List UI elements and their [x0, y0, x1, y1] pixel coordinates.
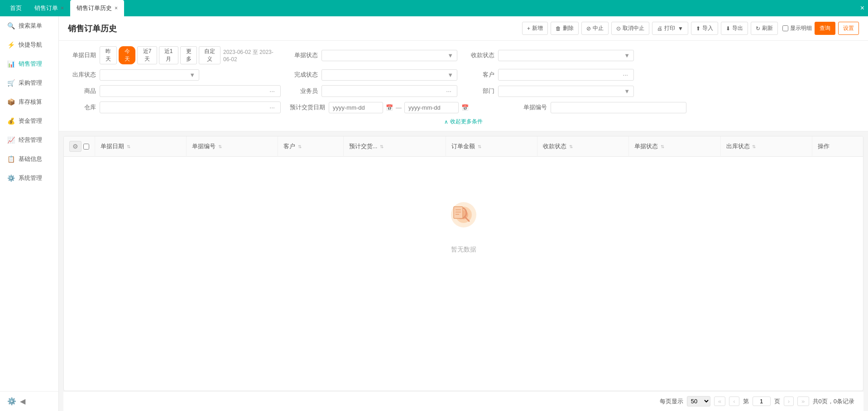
col-delivery-sort-icon[interactable]: ⇅ [380, 144, 384, 149]
sales-mgmt-icon: 📊 [7, 60, 15, 68]
operations-icon: 📈 [7, 136, 15, 144]
page-end-label: 页 [774, 397, 780, 406]
page-size-select[interactable]: 50 10 20 100 [687, 396, 710, 406]
delivery-date-label: 预计交货日期 [290, 103, 329, 111]
customer-dots[interactable]: ··· [621, 71, 630, 78]
sidebar-item-system[interactable]: ⚙️ 系统管理 [0, 169, 58, 188]
col-amount: 订单金额 ⇅ [446, 136, 537, 157]
next-page-button[interactable]: › [784, 396, 794, 406]
sidebar-item-quick-nav[interactable]: ⚡ 快捷导航 [0, 35, 58, 54]
export-icon: ⬇ [726, 25, 730, 32]
salesperson-dots[interactable]: ··· [444, 87, 453, 95]
department-control: ▼ [498, 86, 634, 97]
col-pay-status-sort-icon[interactable]: ⇅ [569, 144, 573, 149]
department-label: 部门 [466, 87, 498, 95]
prev-page-button[interactable]: ‹ [729, 396, 739, 406]
add-button[interactable]: + 新增 [522, 22, 548, 35]
refresh-button[interactable]: ↻ 刷新 [751, 22, 778, 35]
complete-status-select[interactable]: ▼ [321, 69, 457, 81]
delete-button[interactable]: 🗑 删除 [551, 22, 579, 35]
col-order-status-sort-icon[interactable]: ⇅ [661, 144, 664, 149]
add-label: 新增 [532, 24, 543, 32]
purchase-mgmt-icon: 🛒 [7, 79, 15, 87]
date-btn-yesterday[interactable]: 昨天 [100, 46, 117, 64]
sidebar-item-search-menu[interactable]: 🔍 搜索菜单 [0, 16, 58, 35]
first-page-button[interactable]: « [714, 396, 725, 406]
last-page-button[interactable]: » [797, 396, 809, 406]
display-cols-checkbox[interactable] [782, 25, 788, 31]
date-btn-last1m[interactable]: 近1月 [159, 46, 178, 64]
finance-icon: 💰 [7, 117, 15, 125]
sidebar-item-basic-info[interactable]: 📋 基础信息 [0, 150, 58, 169]
col-no-sort-icon[interactable]: ⇅ [218, 144, 222, 149]
print-button[interactable]: 🖨 打印 ▼ [652, 22, 688, 35]
table-settings-button[interactable]: ⚙ [69, 141, 82, 152]
window-close-icon[interactable]: × [860, 4, 864, 12]
customer-input[interactable]: ··· [498, 69, 634, 81]
outbound-status-control: ▼ [100, 69, 281, 81]
select-all-checkbox[interactable] [83, 144, 89, 150]
warehouse-dots[interactable]: ··· [268, 104, 277, 111]
order-status-select[interactable]: ▼ [321, 50, 457, 61]
order-status-label: 单据状态 [290, 51, 321, 59]
col-amount-sort-icon[interactable]: ⇅ [478, 144, 481, 149]
product-dots[interactable]: ··· [268, 87, 277, 95]
calendar-from-icon: 📅 [386, 104, 393, 111]
date-filter-control: 昨天 今天 近7天 近1月 更多 自定义 2023-06-02 至 2023-0… [100, 46, 281, 64]
pay-status-select[interactable]: ▼ [498, 50, 634, 61]
last-page-icon: » [801, 398, 805, 405]
complete-status-control: ▼ [321, 69, 457, 81]
import-button[interactable]: ⬆ 导入 [691, 22, 718, 35]
col-customer-sort-icon[interactable]: ⇅ [298, 144, 302, 149]
tab-sales-order[interactable]: 销售订单 × [28, 0, 70, 16]
query-label: 查询 [820, 24, 830, 32]
cancel-stop-button[interactable]: ⊙ 取消中止 [611, 22, 649, 35]
table-area: ⚙ 单据日期 ⇅ 单据编号 ⇅ 客户 [63, 136, 863, 391]
tab-home[interactable]: 首页 [4, 0, 28, 16]
date-btn-more[interactable]: 更多 [180, 46, 197, 64]
sidebar-item-inventory[interactable]: 📦 库存核算 [0, 92, 58, 111]
sidebar-finance-label: 资金管理 [19, 117, 42, 125]
sidebar-search-menu-label: 搜索菜单 [19, 22, 42, 30]
col-date-sort-icon[interactable]: ⇅ [127, 144, 130, 149]
query-button[interactable]: 查询 [815, 22, 835, 35]
salesperson-input[interactable]: ··· [321, 85, 457, 97]
tab-sales-order-history-close[interactable]: × [115, 5, 118, 11]
date-btn-custom[interactable]: 自定义 [199, 46, 221, 64]
tab-sales-order-close[interactable]: × [61, 5, 64, 11]
top-tab-bar: 首页 销售订单 × 销售订单历史 × × [0, 0, 868, 16]
page-number-input[interactable] [753, 396, 771, 406]
collapse-row[interactable]: ∧ 收起更多条件 [68, 118, 859, 126]
product-input[interactable]: ··· [100, 85, 281, 97]
page-label: 第 [743, 397, 749, 406]
settings-bottom-icon[interactable]: ⚙️ [7, 397, 16, 406]
delivery-date-to[interactable] [404, 102, 459, 113]
order-no-input[interactable] [551, 102, 686, 113]
warehouse-input[interactable]: ··· [100, 102, 281, 113]
display-cols-label: 显示明细 [790, 24, 812, 32]
tab-sales-order-history[interactable]: 销售订单历史 × [70, 0, 124, 16]
date-btn-today[interactable]: 今天 [119, 46, 136, 64]
col-no: 单据编号 ⇅ [187, 136, 278, 157]
page-title: 销售订单历史 [68, 23, 117, 39]
sidebar-item-sales-mgmt[interactable]: 📊 销售管理 [0, 54, 58, 73]
sidebar-item-finance[interactable]: 💰 资金管理 [0, 111, 58, 131]
col-order-status: 单据状态 ⇅ [629, 136, 720, 157]
export-button[interactable]: ⬇ 导出 [721, 22, 748, 35]
delivery-date-from[interactable] [329, 102, 383, 113]
department-select[interactable]: ▼ [498, 86, 634, 97]
cancel-stop-label: 取消中止 [623, 24, 644, 32]
sidebar-sales-mgmt-label: 销售管理 [19, 60, 42, 68]
order-no-control [551, 102, 686, 113]
settings-button[interactable]: 设置 [838, 22, 859, 35]
col-out-status-sort-icon[interactable]: ⇅ [752, 144, 756, 149]
outbound-status-select[interactable]: ▼ [100, 69, 199, 81]
import-icon: ⬆ [696, 25, 700, 32]
sidebar-item-purchase-mgmt[interactable]: 🛒 采购管理 [0, 73, 58, 92]
sidebar-item-operations[interactable]: 📈 经营管理 [0, 131, 58, 150]
complete-status-chevron: ▼ [447, 72, 453, 78]
stop-button[interactable]: ⊘ 中止 [581, 22, 609, 35]
collapse-sidebar-icon[interactable]: ◀ [20, 397, 25, 406]
date-btn-last7[interactable]: 近7天 [137, 46, 157, 64]
sidebar-basic-info-label: 基础信息 [19, 155, 42, 163]
